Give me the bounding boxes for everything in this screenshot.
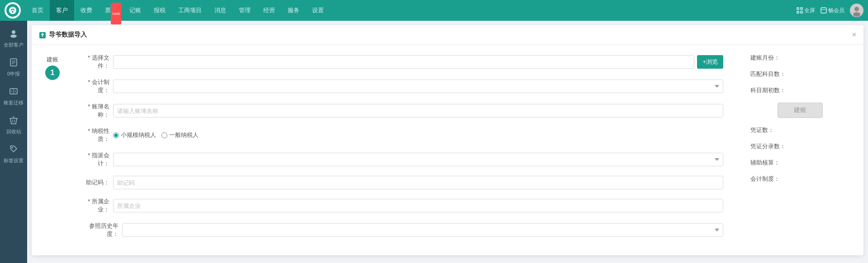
assign-accountant-select[interactable] (113, 153, 723, 166)
file-input[interactable] (113, 55, 694, 69)
build-btn-wrap: 建账 (750, 103, 850, 118)
svg-rect-5 (801, 11, 802, 13)
nav-home[interactable]: 首页 (25, 0, 50, 21)
tax-small-radio[interactable] (113, 132, 119, 138)
sidebar-item-all-customers[interactable]: 全部客户 (0, 25, 27, 52)
voucher-entries-label: 凭证分录数： (750, 142, 791, 150)
nav-tax[interactable]: 报税 (147, 0, 172, 21)
nav-bookkeeping[interactable]: 记账 (123, 0, 147, 21)
form-right: 建账月份： 匹配科目数： 科目期初数： 建账 (750, 54, 850, 246)
nav-management[interactable]: 管理 (232, 0, 257, 21)
ledger-name-input[interactable] (113, 104, 723, 117)
dialog-title-text: 导爷数据导入 (49, 31, 87, 39)
upload-icon (39, 31, 46, 38)
history-year-label: 参照历史年度： (78, 222, 119, 238)
memo-code-input[interactable] (113, 176, 723, 189)
aux-accounting-label: 辅助核算： (750, 159, 791, 167)
accounting-system-select[interactable] (113, 80, 723, 93)
zero-report-icon (9, 58, 18, 69)
file-label: * 选择文件： (78, 54, 109, 70)
tax-general-option[interactable]: 一般纳税人 (161, 131, 199, 139)
tax-nature-label: * 纳税性质： (78, 127, 109, 143)
sidebar-item-label: 0申报 (7, 70, 20, 77)
nav-right: 全屏 畅会员 (797, 4, 863, 17)
tax-nature-row: * 纳税性质： 小规模纳税人 一般纳税人 (78, 127, 723, 143)
build-month-label: 建账月份： (750, 54, 791, 62)
nav-services[interactable]: 服务 (281, 0, 306, 21)
svg-point-12 (10, 35, 17, 38)
dialog-title: 导爷数据导入 (39, 31, 87, 39)
close-button[interactable]: × (852, 31, 856, 39)
svg-rect-4 (797, 11, 799, 13)
browse-button[interactable]: +浏览 (697, 55, 723, 69)
sidebar-item-label: 全部客户 (4, 42, 24, 48)
logo-icon (8, 6, 17, 15)
fullscreen-btn[interactable]: 全屏 (797, 7, 815, 14)
content-area: 导爷数据导入 × 建账 1 (27, 21, 868, 263)
sidebar-item-recycle[interactable]: 回收站 (0, 112, 27, 139)
tax-general-radio[interactable] (161, 132, 167, 138)
assign-accountant-label: * 指派会计： (78, 151, 109, 168)
sidebar-item-label: 回收站 (6, 128, 21, 135)
ledger-name-label: * 账簿名称： (78, 103, 109, 119)
nav-items: 首页 客户 收费 票据 new 记账 报税 工商项目 消息 管理 经营 服务 设… (25, 0, 797, 21)
ledger-name-row: * 账簿名称： (78, 103, 723, 119)
fullscreen-icon (797, 7, 803, 14)
match-subject-row: 匹配科目数： (750, 70, 850, 78)
svg-point-1 (12, 11, 14, 13)
svg-point-11 (12, 30, 15, 34)
match-subject-label: 匹配科目数： (750, 70, 791, 78)
main-layout: 全部客户 0申报 账套迁移 回收站 标签设置 (0, 21, 868, 263)
file-row: * 选择文件： +浏览 (78, 54, 723, 70)
right-accounting-system-label: 会计制度： (750, 175, 791, 183)
build-month-row: 建账月份： (750, 54, 850, 62)
sidebar-item-account-migration[interactable]: 账套迁移 (0, 83, 27, 110)
member-btn[interactable]: 畅会员 (821, 7, 844, 14)
belong-company-label: * 所属企业： (78, 197, 109, 214)
svg-point-0 (9, 6, 17, 14)
new-badge: new (111, 3, 121, 24)
accounting-system-row: * 会计制度： (78, 78, 723, 94)
right-accounting-system-row: 会计制度： (750, 175, 850, 183)
form-left: * 选择文件： +浏览 * 会计制度： (78, 54, 723, 246)
tag-icon (9, 145, 18, 156)
nav-fees[interactable]: 收费 (74, 0, 99, 21)
svg-point-10 (853, 12, 860, 17)
voucher-count-row: 凭证数： (750, 126, 850, 134)
nav-tickets[interactable]: 票据 new (99, 0, 123, 21)
logo-inner (6, 4, 19, 17)
avatar[interactable] (850, 4, 863, 17)
svg-point-23 (12, 147, 13, 149)
top-nav: 首页 客户 收费 票据 new 记账 报税 工商项目 消息 管理 经营 服务 设… (0, 0, 868, 21)
tax-general-label: 一般纳税人 (169, 131, 199, 139)
all-customers-icon (9, 29, 18, 40)
subject-init-row: 科目期初数： (750, 86, 850, 94)
svg-rect-3 (801, 8, 802, 9)
form-area: 建账 1 * 选择文件： +浏览 (32, 45, 863, 255)
nav-business[interactable]: 工商项目 (172, 0, 208, 21)
tax-nature-group: 小规模纳税人 一般纳税人 (113, 131, 199, 139)
sidebar-item-zero-report[interactable]: 0申报 (0, 54, 27, 81)
voucher-count-label: 凭证数： (750, 126, 791, 134)
sidebar-item-label: 账套迁移 (4, 99, 24, 106)
step-circle: 1 (45, 66, 60, 80)
tax-small-option[interactable]: 小规模纳税人 (113, 131, 156, 139)
nav-settings[interactable]: 设置 (306, 0, 330, 21)
subject-init-label: 科目期初数： (750, 86, 791, 94)
nav-customers[interactable]: 客户 (50, 0, 74, 21)
step-section: 建账 1 (45, 54, 60, 246)
sidebar-item-tag-settings[interactable]: 标签设置 (0, 141, 27, 168)
memo-code-label: 助记码： (78, 178, 109, 187)
belong-company-row: * 所属企业： (78, 197, 723, 214)
member-label: 畅会员 (828, 7, 844, 14)
recycle-icon (9, 116, 18, 127)
nav-operations[interactable]: 经营 (257, 0, 281, 21)
sidebar-item-label: 标签设置 (4, 157, 24, 164)
dialog-panel: 导爷数据导入 × 建账 1 (32, 25, 863, 255)
belong-company-input[interactable] (113, 199, 723, 212)
form-columns: * 选择文件： +浏览 * 会计制度： (78, 54, 850, 246)
nav-messages[interactable]: 消息 (208, 0, 232, 21)
build-button[interactable]: 建账 (778, 103, 823, 118)
history-year-select[interactable] (122, 223, 723, 237)
member-icon (821, 7, 827, 14)
